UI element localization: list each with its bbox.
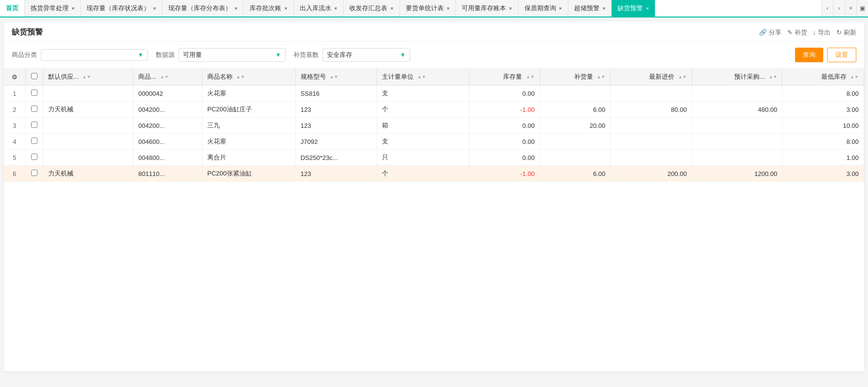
tab-11-close[interactable]: × [646,5,649,11]
row-stock: 0.00 [469,134,540,150]
share-button[interactable]: 🔗 分享 [759,28,781,37]
table-row[interactable]: 4 004600... 火花塞 J7092 支 0.00 8.00 [4,134,864,150]
tab-3-close[interactable]: × [235,5,237,11]
row-checkbox-cell[interactable] [25,134,43,150]
settings-button[interactable]: 设置 [827,48,856,62]
col-latest-price-sort-icon: ▲▼ [678,75,687,79]
row-goods-name: PC200张紧油缸 [202,166,295,182]
row-checkbox[interactable] [31,170,37,176]
table-row[interactable]: 3 004200... 三九 123 箱 0.00 20.00 10.00 [4,118,864,134]
table-row[interactable]: 5 004800... 离合片 DS250*23c... 只 0.00 1.00 [4,150,864,166]
tab-6-close[interactable]: × [390,5,393,11]
row-checkbox-cell[interactable] [25,150,43,166]
tab-8[interactable]: 可用量库存账本 × [456,0,518,17]
share-icon: 🔗 [759,29,767,36]
tab-1-close[interactable]: × [72,5,74,11]
tab-1[interactable]: 拣货异常处理 × [25,0,81,17]
row-num: 5 [4,150,25,166]
select-all-checkbox[interactable] [31,73,37,79]
table-row[interactable]: 2 力天机械 004200... PC200油缸庄子 123 个 -1.00 6… [4,102,864,118]
row-latest-price [611,86,692,102]
tab-home-label: 首页 [6,4,18,13]
row-num: 4 [4,134,25,150]
row-supplier: 力天机械 [43,166,133,182]
row-goods-name: 火花塞 [202,86,295,102]
row-stock: 0.00 [469,150,540,166]
col-checkbox[interactable] [25,69,43,86]
row-goods-name: 火花塞 [202,134,295,150]
col-supplier[interactable]: 默认供应... ▲▼ [43,69,133,86]
tab-3[interactable]: 现存量（库存分布表） × [163,0,244,17]
tab-11[interactable]: 缺货预警 × [612,0,655,17]
row-checkbox[interactable] [31,89,37,96]
replenish-button[interactable]: ✎ 补货 [787,28,807,37]
row-min-stock: 1.00 [782,150,864,166]
page-header: 缺货预警 🔗 分享 ✎ 补货 ↓ 导出 ↻ 刷新 [4,21,864,42]
tab-nav-prev[interactable]: ‹ [821,0,833,17]
refresh-button[interactable]: ↻ 刷新 [836,28,856,37]
tab-6[interactable]: 收发存汇总表 × [344,0,399,17]
datasource-select[interactable]: 可用量 ▼ [179,48,286,62]
tab-5-close[interactable]: × [334,5,337,11]
row-checkbox-cell[interactable] [25,118,43,134]
tab-10[interactable]: 超储预警 × [568,0,612,17]
col-latest-price[interactable]: 最新进价 ▲▼ [611,69,692,86]
row-checkbox[interactable] [31,138,37,144]
col-replenish[interactable]: 补货量 ▲▼ [540,69,610,86]
col-min-stock[interactable]: 最低库存 ▲▼ [782,69,864,86]
tab-nav-fullscreen[interactable]: ▣ [856,0,868,17]
row-checkbox-cell[interactable] [25,102,43,118]
row-checkbox[interactable] [31,154,37,160]
tab-8-close[interactable]: × [509,5,512,11]
category-select[interactable]: ▼ [41,49,148,61]
table-row[interactable]: 1 0000042 火花塞 SS816 支 0.00 8.00 [4,86,864,102]
tab-nav-next[interactable]: › [833,0,845,17]
header-actions: 🔗 分享 ✎ 补货 ↓ 导出 ↻ 刷新 [759,28,857,37]
replenish-label: 补货 [795,28,807,37]
row-replenish [540,86,610,102]
query-button[interactable]: 查询 [795,48,823,62]
row-estimated-purchase [692,118,782,134]
tab-10-label: 超储预警 [574,4,599,13]
tab-9[interactable]: 保质期查询 × [519,0,568,17]
tab-10-close[interactable]: × [602,5,605,11]
tab-home[interactable]: 首页 [0,0,25,17]
col-stock-label: 库存量 [503,73,522,80]
export-label: 导出 [818,28,831,37]
col-goods-name[interactable]: 商品名称 ▲▼ [202,69,295,86]
tab-9-close[interactable]: × [559,5,562,11]
row-num: 3 [4,118,25,134]
tab-8-label: 可用量库存账本 [462,4,506,13]
col-unit[interactable]: 主计量单位 ▲▼ [377,69,470,86]
tab-7[interactable]: 要货单统计表 × [400,0,456,17]
row-min-stock: 3.00 [782,102,864,118]
export-button[interactable]: ↓ 导出 [813,28,831,37]
row-supplier [43,134,133,150]
col-estimated-purchase[interactable]: 预计采购... ▲▼ [692,69,782,86]
row-spec: 123 [295,118,377,134]
row-checkbox-cell[interactable] [25,86,43,102]
row-unit: 箱 [377,118,470,134]
tab-nav-close[interactable]: × [845,0,856,17]
col-goods-code[interactable]: 商品... ▲▼ [133,69,202,86]
tab-2-close[interactable]: × [153,5,156,11]
tab-2[interactable]: 现存量（库存状况表） × [81,0,162,17]
col-goods-code-sort-icon: ▲▼ [160,75,169,79]
tab-7-close[interactable]: × [447,5,450,11]
tab-4[interactable]: 库存批次账 × [244,0,293,17]
row-checkbox[interactable] [31,106,37,112]
col-stock[interactable]: 库存量 ▲▼ [469,69,540,86]
row-unit: 只 [377,150,470,166]
row-goods-code: 0000042 [133,86,202,102]
col-settings[interactable]: ⚙ [4,69,25,86]
table-row[interactable]: 6 力天机械 801110... PC200张紧油缸 123 个 -1.00 6… [4,166,864,182]
row-checkbox-cell[interactable] [25,166,43,182]
col-spec[interactable]: 规格型号 ▲▼ [295,69,377,86]
tab-4-close[interactable]: × [284,5,287,11]
row-goods-name: 离合片 [202,150,295,166]
row-unit: 支 [377,86,470,102]
row-checkbox[interactable] [31,122,37,128]
datasource-label: 数据源 [156,51,175,59]
replenish-base-select[interactable]: 安全库存 ▼ [323,48,410,62]
tab-5[interactable]: 出入库流水 × [294,0,344,17]
